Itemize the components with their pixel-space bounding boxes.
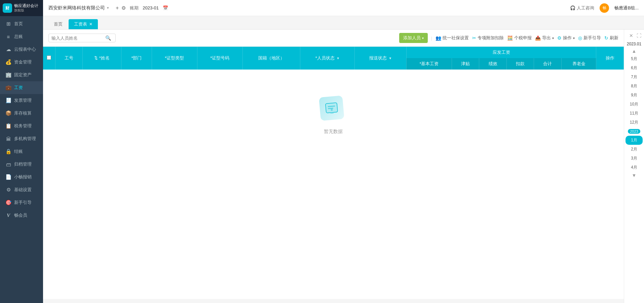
- header-nationality: 国籍（地区）: [242, 47, 300, 70]
- month-item-1[interactable]: 1月: [626, 136, 643, 145]
- add-company-button[interactable]: +: [116, 5, 119, 11]
- tab-close-button[interactable]: ✕: [89, 22, 92, 27]
- header-id: 工号: [55, 47, 82, 70]
- sidebar-item-label: 发票管理: [14, 97, 32, 103]
- sidebar-item-archive[interactable]: 🗃 归档管理: [0, 158, 43, 171]
- header-checkbox[interactable]: [43, 47, 55, 70]
- sidebar-item-guide[interactable]: 🎯 新手引导: [0, 196, 43, 209]
- table-scrollbar[interactable]: [43, 299, 624, 303]
- month-item-9[interactable]: 9月: [624, 91, 644, 100]
- tab-home[interactable]: 首页: [48, 19, 68, 29]
- salary-icon: 💼: [5, 85, 11, 91]
- sidebar-item-label: 归档管理: [14, 161, 32, 167]
- filter-icon-2[interactable]: ▼: [389, 56, 392, 60]
- sidebar-item-inventory[interactable]: 📦 库存核算: [0, 107, 43, 120]
- month-item-12[interactable]: 12月: [624, 118, 644, 127]
- calendar-icon[interactable]: 📅: [163, 5, 168, 10]
- tabbar: 首页 工资表 ✕: [43, 16, 644, 30]
- month-next-button[interactable]: ▼: [630, 172, 639, 179]
- user-name[interactable]: 畅應通B组...: [614, 5, 639, 11]
- cloud-icon: ☁: [5, 46, 11, 52]
- add-person-label: 添加人员: [403, 35, 421, 41]
- export-chevron: ▾: [552, 36, 554, 40]
- add-person-button[interactable]: 添加人员 ▾: [399, 33, 428, 43]
- month-item-10[interactable]: 10月: [624, 100, 644, 109]
- month-item-4[interactable]: 4月: [624, 163, 644, 172]
- personal-tax-icon: 🧮: [507, 35, 513, 41]
- settings-icon: ⚙: [5, 187, 11, 193]
- month-item-7[interactable]: 7月: [624, 73, 644, 82]
- salary-page: 🔍 添加人员 ▾ | 👥 统一社保设置 ✂ 专项附加扣除: [43, 30, 624, 303]
- sidebar-item-multi-org[interactable]: 🏛 多机构管理: [0, 132, 43, 145]
- maximize-button[interactable]: ⛶: [635, 32, 643, 40]
- topbar-settings-button[interactable]: ⚙: [121, 5, 126, 11]
- sidebar-item-salary[interactable]: 💼 工资: [0, 81, 43, 94]
- sidebar: 财 畅应通好会计 旗舰版 ⊞ 首页 ≡ 总账 ☁ 云报表中心 💰 资金管理 🏢 …: [0, 0, 43, 303]
- company-dropdown-chevron: ▾: [107, 6, 109, 10]
- tab-salary-table[interactable]: 工资表 ✕: [69, 19, 98, 29]
- guide-icon: 🎯: [5, 200, 11, 206]
- month-item-6[interactable]: 6月: [624, 63, 644, 73]
- sidebar-item-home[interactable]: ⊞ 首页: [0, 17, 43, 30]
- member-icon: V: [5, 213, 11, 218]
- sidebar-item-member[interactable]: V 畅会员: [0, 209, 43, 222]
- main-area: 西安虾米网络科技有限公司 ▾ + ⚙ 账期 2023-01 📅 🎧 人工咨询 畅…: [43, 0, 644, 303]
- sidebar-item-fund[interactable]: 💰 资金管理: [0, 56, 43, 69]
- export-btn[interactable]: 📤 导出 ▾: [535, 35, 554, 41]
- sidebar-item-label: 总账: [14, 34, 23, 40]
- month-item-2[interactable]: 2月: [624, 145, 644, 154]
- guide-icon: ◎: [578, 35, 582, 41]
- social-security-label: 统一社保设置: [443, 35, 469, 41]
- operations-chevron: ▾: [573, 36, 575, 40]
- refresh-btn[interactable]: ↻ 刷新: [604, 35, 618, 41]
- period-value: 2023-01: [143, 5, 159, 10]
- topbar-right: 🎧 人工咨询 畅 畅應通B组...: [570, 3, 639, 13]
- operations-btn[interactable]: ⚙ 操作 ▾: [557, 35, 575, 41]
- special-deduct-btn[interactable]: ✂ 专项附加扣除: [472, 35, 504, 41]
- panel-top-actions: ✕ ⛶: [624, 31, 644, 40]
- table-wrap[interactable]: 工号 ⇅ *姓名 *部门 *证型类型 *证型号码 国籍（地区） *人员状态 ▼: [43, 47, 624, 299]
- month-item-8[interactable]: 8月: [624, 82, 644, 91]
- search-input[interactable]: [51, 36, 105, 41]
- year-badge: 2023: [628, 129, 640, 134]
- special-deduct-icon: ✂: [472, 35, 476, 41]
- sidebar-item-label: 库存核算: [14, 110, 32, 116]
- sidebar-item-tax[interactable]: 📋 税务管理: [0, 120, 43, 132]
- header-payroll-group: 应发工资: [406, 47, 596, 58]
- select-all-checkbox[interactable]: [47, 55, 51, 60]
- ai-label: 人工咨询: [577, 5, 594, 11]
- sidebar-item-expense[interactable]: 📄 小畅报销: [0, 171, 43, 183]
- sidebar-item-close-period[interactable]: 🔒 结账: [0, 145, 43, 158]
- company-selector[interactable]: 西安虾米网络科技有限公司 ▾: [48, 5, 109, 11]
- ai-consult-button[interactable]: 🎧 人工咨询: [570, 5, 594, 11]
- guide-label: 新手引导: [583, 35, 601, 41]
- app-name: 畅应通好会计: [14, 3, 38, 8]
- refresh-icon: ↻: [604, 35, 608, 41]
- close-panel-button[interactable]: ✕: [628, 32, 635, 40]
- app-version: 旗舰版: [14, 8, 38, 13]
- sidebar-item-label: 基础设置: [14, 187, 32, 193]
- social-security-btn[interactable]: 👥 统一社保设置: [435, 35, 469, 41]
- sidebar-item-fixed-assets[interactable]: 🏢 固定资产: [0, 69, 43, 81]
- sidebar-item-settings[interactable]: ⚙ 基础设置: [0, 183, 43, 196]
- month-item-11[interactable]: 11月: [624, 109, 644, 118]
- inventory-icon: 📦: [5, 110, 11, 116]
- tax-icon: 📋: [5, 123, 11, 129]
- sidebar-item-label: 多机构管理: [14, 136, 36, 142]
- guide-btn[interactable]: ◎ 新手引导: [578, 35, 601, 41]
- header-performance: 绩效: [479, 58, 506, 70]
- refresh-label: 刷新: [610, 35, 618, 41]
- month-item-5[interactable]: 5月: [624, 54, 644, 63]
- sidebar-item-ledger[interactable]: ≡ 总账: [0, 30, 43, 43]
- company-name: 西安虾米网络科技有限公司: [48, 5, 105, 11]
- tab-salary-label: 工资表: [74, 21, 87, 27]
- empty-row: 暂无数据: [43, 70, 624, 162]
- filter-icon[interactable]: ▼: [336, 56, 340, 60]
- operations-icon: ⚙: [557, 35, 562, 41]
- sidebar-item-label: 畅会员: [14, 212, 27, 218]
- personal-tax-btn[interactable]: 🧮 个税申报: [507, 35, 532, 41]
- month-item-3[interactable]: 3月: [624, 154, 644, 163]
- sidebar-item-cloud-report[interactable]: ☁ 云报表中心: [0, 43, 43, 56]
- month-prev-button[interactable]: ▲: [630, 48, 639, 54]
- sidebar-item-invoice[interactable]: 🧾 发票管理: [0, 94, 43, 107]
